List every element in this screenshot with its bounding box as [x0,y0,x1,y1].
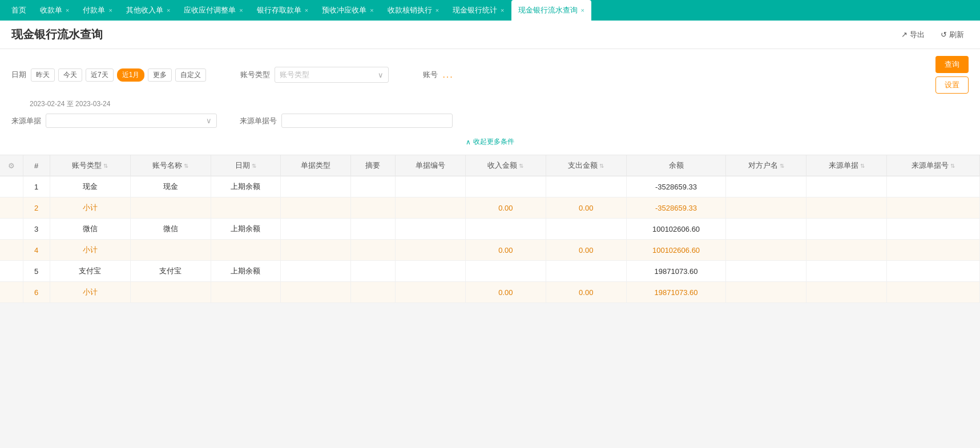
nav-item-other-income[interactable]: 其他收入单 × [119,0,177,21]
col-source-doc[interactable]: 来源单据⇅ [806,155,887,176]
filter-area: 日期 昨天 今天 近7天 近1月 更多 自定义 账号类型 账号类型 ∨ 账号 .… [0,49,980,155]
export-button[interactable]: ↗ 导出 [897,27,929,42]
cell-account-name [130,197,211,219]
cell-doc-type [281,261,350,282]
cell-source-doc [806,240,887,261]
cell-num: 6 [23,282,50,303]
date-more[interactable]: 更多 [148,68,172,82]
account-type-select[interactable]: 账号类型 ∨ [275,67,389,83]
date-today[interactable]: 今天 [58,68,82,82]
refresh-button[interactable]: ↺ 刷新 [936,27,969,42]
close-receipt-icon[interactable]: × [66,7,69,14]
account-type-filter-group: 账号类型 账号类型 ∨ [240,67,389,83]
col-summary: 摘要 [350,155,396,176]
close-cash-bank-stats-icon[interactable]: × [501,7,504,14]
nav-item-adjustment[interactable]: 应收应付调整单 × [177,0,249,21]
nav-item-reconciliation[interactable]: 收款核销执行 × [381,0,446,21]
date-label: 日期 [11,70,26,80]
cell-account-name [130,282,211,303]
collapse-label: 收起更多条件 [473,137,514,147]
collapse-up-icon: ∧ [466,138,471,146]
cell-balance: 19871073.60 [626,261,726,282]
page-header: 现金银行流水查询 ↗ 导出 ↺ 刷新 [0,21,980,49]
source-doc-select[interactable]: ∨ [46,114,217,128]
close-adjustment-icon[interactable]: × [239,7,243,14]
cell-summary [350,261,396,282]
sort-income-icon: ⇅ [519,163,523,169]
close-cash-bank-flow-icon[interactable]: × [581,7,584,14]
cell-source-doc [806,282,887,303]
close-other-income-icon[interactable]: × [167,7,170,14]
source-doc-no-input[interactable] [281,114,453,128]
sort-expense-icon: ⇅ [599,163,604,169]
cell-account-type: 现金 [50,176,130,197]
col-source-doc-no[interactable]: 来源单据号⇅ [887,155,980,176]
cell-gear [0,219,23,240]
nav-item-payment[interactable]: 付款单 × [76,0,119,21]
cell-date [211,282,280,303]
source-doc-filter-group: 来源单据 ∨ [11,114,217,128]
col-income[interactable]: 收入金额⇅ [465,155,546,176]
cell-expense: 0.00 [546,197,626,219]
source-doc-no-filter-group: 来源单据号 [240,114,453,128]
date-filter-group: 日期 昨天 今天 近7天 近1月 更多 自定义 [11,68,206,82]
nav-item-receipt[interactable]: 收款单 × [33,0,76,21]
cell-doc-no [396,197,465,219]
nav-item-bank-deposit[interactable]: 银行存取款单 × [250,0,315,21]
col-account-name[interactable]: 账号名称⇅ [130,155,211,176]
cell-num: 3 [23,219,50,240]
table-container: ⚙ # 账号类型⇅ 账号名称⇅ 日期⇅ 单据类型 摘要 单据编号 收入金额⇅ [0,155,980,303]
cell-source-doc-no [887,176,980,197]
cell-gear [0,282,23,303]
filter-row-2: 来源单据 ∨ 来源单据号 [11,114,969,128]
cell-account-type: 小计 [50,282,130,303]
refresh-icon: ↺ [941,30,947,39]
col-balance: 余额 [626,155,726,176]
cell-balance: 100102606.60 [626,219,726,240]
date-yesterday[interactable]: 昨天 [31,68,55,82]
cell-expense [546,261,626,282]
settings-button[interactable]: 设置 [935,76,969,94]
cell-doc-no [396,240,465,261]
cell-balance: 100102606.60 [626,240,726,261]
date-custom[interactable]: 自定义 [175,68,206,82]
nav-item-advance[interactable]: 预收冲应收单 × [315,0,380,21]
nav-item-cash-bank-flow[interactable]: 现金银行流水查询 × [511,0,591,21]
cell-doc-type [281,219,350,240]
date-7days[interactable]: 近7天 [86,68,114,82]
nav-item-cash-bank-stats[interactable]: 现金银行统计 × [446,0,511,21]
cell-num: 1 [23,176,50,197]
cell-account-name: 微信 [130,219,211,240]
cell-account-name [130,240,211,261]
cell-gear [0,261,23,282]
cell-date: 上期余额 [211,219,280,240]
col-counterpart[interactable]: 对方户名⇅ [726,155,806,176]
cell-num: 4 [23,240,50,261]
col-account-type[interactable]: 账号类型⇅ [50,155,130,176]
cell-source-doc-no [887,219,980,240]
sort-date-icon: ⇅ [252,163,256,169]
source-doc-no-label: 来源单据号 [240,116,277,126]
account-more-dots[interactable]: ... [442,70,453,80]
query-button[interactable]: 查询 [935,56,969,73]
table-header-row: ⚙ # 账号类型⇅ 账号名称⇅ 日期⇅ 单据类型 摘要 单据编号 收入金额⇅ [0,155,980,176]
table-body: 1现金现金上期余额-3528659.332小计0.000.00-3528659.… [0,176,980,303]
date-options: 昨天 今天 近7天 近1月 更多 自定义 [31,68,206,82]
cell-doc-type [281,197,350,219]
close-advance-icon[interactable]: × [370,7,373,14]
cell-account-type: 微信 [50,219,130,240]
col-doc-no: 单据编号 [396,155,465,176]
date-1month[interactable]: 近1月 [117,68,145,82]
close-reconciliation-icon[interactable]: × [435,7,439,14]
nav-item-home[interactable]: 首页 [5,0,33,21]
cell-expense [546,219,626,240]
cell-account-type: 小计 [50,197,130,219]
account-label: 账号 [423,70,438,80]
collapse-bar[interactable]: ∧ 收起更多条件 [11,134,969,148]
close-bank-deposit-icon[interactable]: × [305,7,308,14]
close-payment-icon[interactable]: × [108,7,112,14]
column-settings-icon[interactable]: ⚙ [8,162,15,170]
col-expense[interactable]: 支出金额⇅ [546,155,626,176]
cell-income: 0.00 [465,240,546,261]
col-date[interactable]: 日期⇅ [211,155,280,176]
